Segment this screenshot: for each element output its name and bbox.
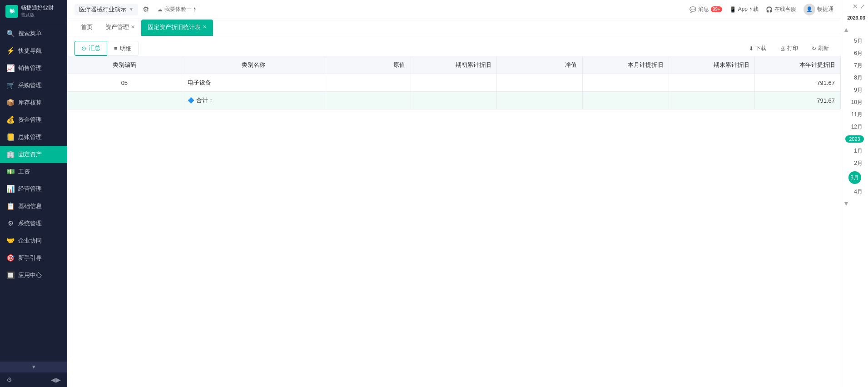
active-month-3[interactable]: 3月 [848,171,861,184]
sub-tabs-left: ⊙ 汇总 ≡ 明细 [74,41,139,56]
online-service-button[interactable]: 🎧 在线客服 [766,5,796,13]
quick-nav-icon: ⚡ [6,47,15,55]
sidebar-logo: 畅 畅捷通好业财 普及版 [0,0,67,23]
tab-depreciation-close-icon[interactable]: ✕ [203,24,207,30]
summary-icon: ⊙ [81,45,86,52]
sidebar-item-base-info[interactable]: 📋 基础信息 [0,198,67,215]
timeline-scroll-down[interactable]: ▼ [841,198,851,209]
sidebar-item-fixed-assets[interactable]: 🏢 固定资产 [0,146,67,163]
table-container: 类别编码 类别名称 原值 期初累计折旧 净值 本月计提折旧 期末累计折旧 本年计… [67,56,841,387]
panel-expand-icon[interactable]: ⤢ [860,3,865,10]
total-period-end [669,92,754,109]
timeline-item-9: 9月 [841,84,868,96]
sidebar-item-system[interactable]: ⚙ 系统管理 [0,215,67,232]
total-original [325,92,411,109]
experience-button[interactable]: ☁ 我要体验一下 [154,4,201,15]
panel-close-icon[interactable]: ✕ [853,3,858,10]
sidebar-item-label: 库存核算 [18,99,42,107]
sidebar-scroll-down[interactable]: ▾ [0,362,67,372]
settings-footer-icon[interactable]: ⚙ [6,376,12,383]
sub-tab-detail-label: 明细 [120,45,132,53]
download-label: 下载 [755,45,766,52]
base-info-icon: 📋 [6,202,15,210]
sidebar-item-label: 应用中心 [18,271,42,279]
sub-tab-detail[interactable]: ≡ 明细 [107,41,139,56]
sub-tabs-right: ⬇ 下载 🖨 打印 ↻ 刷新 [744,43,833,54]
print-button[interactable]: 🖨 打印 [775,43,803,54]
timeline-item-8: 8月 [841,72,868,84]
messages-button[interactable]: 💬 消息 99+ [689,5,722,13]
timeline-scroll-up[interactable]: ▲ [841,24,851,35]
settings-icon[interactable]: ⚙ [143,5,149,14]
month-7[interactable]: 7月 [843,60,866,71]
sidebar-item-purchase[interactable]: 🛒 采购管理 [0,77,67,94]
sidebar-item-label: 固定资产 [18,150,42,159]
tab-asset-mgmt[interactable]: 资产管理 ✕ [99,20,141,36]
sub-tab-summary-label: 汇总 [89,44,100,52]
experience-icon: ☁ [157,6,163,13]
timeline-item-5: 5月 [841,35,868,47]
timeline-item-10: 10月 [841,96,868,109]
app-download-button[interactable]: 📱 App下载 [729,5,759,13]
user-menu[interactable]: 👤 畅捷通 [804,4,833,15]
content-area: ⊙ 汇总 ≡ 明细 ⬇ 下载 🖨 打印 ↻ 刷 [67,36,841,387]
month-8[interactable]: 8月 [843,73,866,83]
refresh-label: 刷新 [818,45,829,52]
collab-icon: 🤝 [6,237,15,245]
avatar: 👤 [804,4,815,15]
tab-depreciation[interactable]: 固定资产折旧统计表 ✕ [141,20,213,36]
collapse-sidebar-icon[interactable]: ◀▶ [51,376,61,383]
month-9[interactable]: 9月 [843,85,866,95]
sidebar: 畅 畅捷通好业财 普及版 🔍 搜索菜单 ⚡ 快捷导航 📈 销售管理 🛒 采购管理… [0,0,67,387]
tab-home[interactable]: 首页 [74,20,99,36]
month-6[interactable]: 6月 [843,48,866,59]
month-10[interactable]: 10月 [843,97,866,108]
sidebar-item-guide[interactable]: 🎯 新手引导 [0,249,67,267]
month-11[interactable]: 11月 [843,109,866,120]
header-right: 💬 消息 99+ 📱 App下载 🎧 在线客服 👤 畅捷通 [689,4,833,15]
sidebar-item-operations[interactable]: 📊 经营管理 [0,180,67,198]
sidebar-item-finance[interactable]: 💰 资金管理 [0,111,67,129]
tab-bar: 首页 资产管理 ✕ 固定资产折旧统计表 ✕ [67,19,841,36]
month-1[interactable]: 1月 [843,146,866,156]
sidebar-item-inventory[interactable]: 📦 库存核算 [0,94,67,111]
col-header-code: 类别编码 [67,56,182,74]
company-selector[interactable]: 医疗器械行业演示 ▼ [74,4,138,15]
row-original [325,74,411,92]
sidebar-item-payroll[interactable]: 💵 工资 [0,163,67,180]
download-icon: 📱 [729,6,736,13]
sidebar-item-quick-nav[interactable]: ⚡ 快捷导航 [0,42,67,60]
sidebar-item-label: 采购管理 [18,81,42,89]
total-code-cell [67,92,182,109]
sidebar-item-collab[interactable]: 🤝 企业协同 [0,232,67,249]
sidebar-item-label: 工资 [18,168,30,176]
month-12[interactable]: 12月 [843,122,866,132]
experience-label: 我要体验一下 [164,5,197,13]
col-header-original: 原值 [325,56,411,74]
sub-tab-summary[interactable]: ⊙ 汇总 [74,41,107,56]
logo-icon: 畅 [5,5,18,18]
sidebar-item-sales[interactable]: 📈 销售管理 [0,60,67,77]
year-badge[interactable]: 2023 [845,135,863,143]
sidebar-item-search[interactable]: 🔍 搜索菜单 [0,25,67,42]
messages-badge: 99+ [711,6,722,12]
download-button[interactable]: ⬇ 下载 [744,43,771,54]
sidebar-item-label: 搜索菜单 [18,30,42,38]
row-accumulated [411,74,497,92]
sidebar-item-label: 企业协同 [18,237,42,245]
sub-tabs: ⊙ 汇总 ≡ 明细 ⬇ 下载 🖨 打印 ↻ 刷 [67,36,841,56]
month-4[interactable]: 4月 [843,187,866,197]
sidebar-item-ledger[interactable]: 📒 总账管理 [0,129,67,146]
row-net [497,74,583,92]
username: 畅捷通 [817,5,833,13]
tab-depreciation-label: 固定资产折旧统计表 [148,23,201,31]
month-2[interactable]: 2月 [843,158,866,169]
sidebar-item-label: 系统管理 [18,219,42,228]
tab-asset-mgmt-close-icon[interactable]: ✕ [131,24,135,30]
month-5[interactable]: 5月 [843,36,866,46]
refresh-button[interactable]: ↻ 刷新 [807,43,833,54]
total-net [497,92,583,109]
total-label: 🔷 合计： [188,96,319,104]
sidebar-item-app-center[interactable]: 🔲 应用中心 [0,267,67,284]
table-total-row: 🔷 合计： 791.67 [67,92,841,109]
